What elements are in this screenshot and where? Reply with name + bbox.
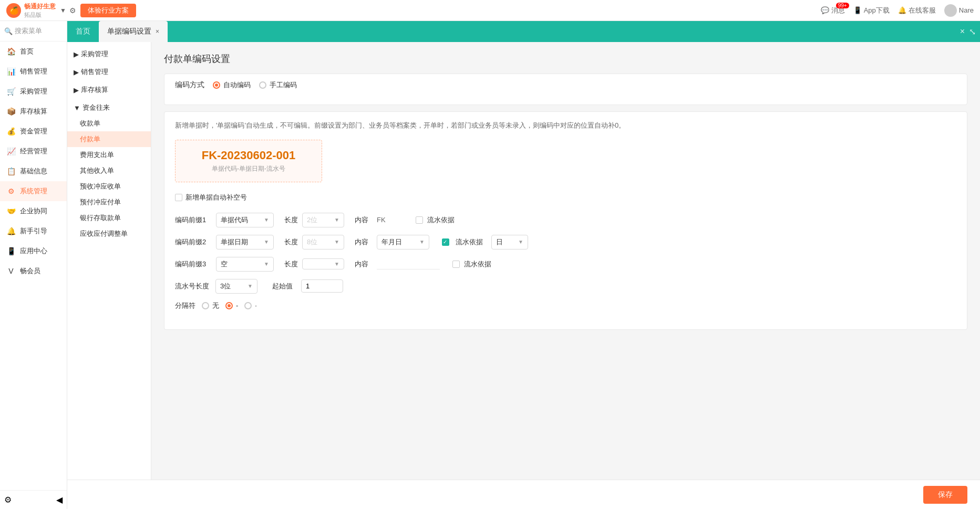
save-button[interactable]: 保存 [923, 486, 967, 504]
group-funds: ▼ 资金往来 收款单 付款单 费用支出单 其他收入单 预收冲应收单 预付冲应付单… [67, 100, 151, 242]
separator-row: 分隔符 无 - · [175, 301, 956, 310]
prefix1-length-arrow: ▼ [334, 217, 339, 223]
group-funds-title[interactable]: ▼ 资金往来 [67, 100, 151, 116]
sidebar-settings-icon[interactable]: ⚙ [4, 495, 12, 505]
basic-icon: 📋 [6, 167, 16, 176]
member-icon: V [6, 266, 16, 276]
prefix2-length-select[interactable]: 8位 ▼ [302, 235, 344, 250]
sidebar-item-basic[interactable]: 📋 基础信息 [0, 161, 67, 181]
home-icon: 🏠 [6, 47, 16, 56]
leaf-yushou[interactable]: 预收冲应收单 [67, 179, 151, 194]
main-content: 付款单编码设置 编码方式 自动编码 手工编码 [151, 42, 980, 480]
sidebar-item-member[interactable]: V 畅会员 [0, 261, 67, 281]
manual-encode-radio[interactable]: 手工编码 [259, 80, 297, 90]
group-purchase-arrow: ▶ [74, 50, 79, 58]
prefix3-select[interactable]: 空 ▼ [216, 257, 274, 272]
prefix3-content-input[interactable] [377, 259, 440, 269]
apps-icon: 📱 [6, 246, 16, 256]
prefix2-content-arrow: ▼ [419, 239, 425, 245]
topbar-left: 🍊 畅通好生意 拓品版 ▼ ⚙ 体验行业方案 [6, 2, 136, 19]
sidebar-item-cooperation[interactable]: 🤝 企业协同 [0, 201, 67, 221]
sales-icon: 📊 [6, 67, 16, 76]
sep-none-radio[interactable]: 无 [202, 301, 219, 310]
online-service-button[interactable]: 🔔 在线客服 [898, 6, 936, 15]
search-icon: 🔍 [4, 27, 13, 35]
sep-dot-radio[interactable]: · [244, 302, 257, 309]
prefix2-serial-checkbox[interactable] [442, 238, 449, 246]
prefix2-select-arrow: ▼ [264, 239, 269, 245]
tab-bar: 首页 单据编码设置 × × ⤡ [67, 21, 980, 42]
prefix2-select[interactable]: 单据日期 ▼ [216, 235, 274, 250]
serial-row: 流水号长度 3位 ▼ 起始值 [175, 279, 956, 294]
sidebar-item-finance[interactable]: 💰 资金管理 [0, 121, 67, 141]
search-menu[interactable]: 🔍 搜索菜单 [0, 21, 67, 41]
prefix1-serial-checkbox[interactable] [416, 216, 423, 224]
message-icon: 💬 [821, 6, 829, 14]
prefix3-serial-checkbox[interactable] [452, 261, 460, 268]
message-button[interactable]: 💬 消息 99+ [821, 6, 845, 15]
sidebar-collapse-icon[interactable]: ◀ [56, 495, 63, 505]
serial-length-select[interactable]: 3位 ▼ [215, 279, 257, 294]
prefix3-length-select[interactable]: ▼ [302, 258, 344, 269]
leaf-qitashouru[interactable]: 其他收入单 [67, 163, 151, 179]
prefix3-length-arrow: ▼ [334, 261, 339, 267]
leaf-shoukuandan[interactable]: 收款单 [67, 116, 151, 131]
example-desc: 单据代码-单据日期-流水号 [186, 164, 311, 173]
tab-expand-icon[interactable]: × [960, 27, 965, 36]
leaf-fukuandan[interactable]: 付款单 [67, 131, 151, 147]
sidebar-item-system[interactable]: ⚙ 系统管理 [0, 181, 67, 201]
manual-encode-dot [259, 81, 266, 89]
trial-button[interactable]: 体验行业方案 [80, 4, 136, 17]
tab-home[interactable]: 首页 [67, 21, 99, 42]
leaf-yingshou[interactable]: 应收应付调整单 [67, 226, 151, 242]
sidebar-item-operations[interactable]: 📈 经营管理 [0, 141, 67, 161]
dropdown-icon[interactable]: ▼ [60, 7, 66, 14]
app-logo: 🍊 畅通好生意 拓品版 [6, 2, 56, 19]
group-sales-title[interactable]: ▶ 销售管理 [67, 64, 151, 80]
content-area: ▶ 采购管理 ▶ 销售管理 ▶ 库存核算 [67, 42, 980, 480]
prefix1-length-label: 长度 [284, 215, 298, 225]
group-inventory-title[interactable]: ▶ 库存核算 [67, 82, 151, 98]
sep-dash-dot [225, 302, 233, 309]
leaf-yinhang[interactable]: 银行存取款单 [67, 210, 151, 226]
group-purchase-title[interactable]: ▶ 采购管理 [67, 46, 151, 62]
autofill-checkbox[interactable] [175, 194, 182, 201]
leaf-feiyong[interactable]: 费用支出单 [67, 147, 151, 163]
prefix1-select-arrow: ▼ [264, 217, 269, 223]
auto-encode-radio[interactable]: 自动编码 [213, 80, 251, 90]
purchase-icon: 🛒 [6, 87, 16, 96]
prefix1-select[interactable]: 单据代码 ▼ [216, 213, 274, 227]
sidebar-nav: 🏠 首页 📊 销售管理 🛒 采购管理 📦 库存核算 💰 资金管理 📈 经 [0, 41, 67, 490]
tab-fullscreen-icon[interactable]: ⤡ [969, 27, 976, 37]
prefix2-length-label: 长度 [284, 237, 298, 247]
autofill-row: 新增单据自动补空号 [175, 193, 956, 202]
prefix1-length-select[interactable]: 2位 ▼ [302, 213, 344, 227]
prefix2-row: 编码前缀2 单据日期 ▼ 长度 8位 ▼ 内容 年月日 [175, 235, 956, 250]
prefix3-content-label: 内容 [355, 259, 368, 269]
prefix2-content-select[interactable]: 年月日 ▼ [377, 235, 429, 250]
sep-none-dot [202, 302, 209, 309]
sidebar-item-home[interactable]: 🏠 首页 [0, 41, 67, 61]
user-menu[interactable]: Nare [944, 4, 974, 17]
settings-icon[interactable]: ⚙ [69, 6, 76, 15]
sidebar-item-inventory[interactable]: 📦 库存核算 [0, 101, 67, 121]
serial-start-input[interactable] [301, 279, 343, 293]
sidebar-item-newguide[interactable]: 🔔 新手引导 [0, 221, 67, 241]
tab-close-icon[interactable]: × [156, 28, 159, 35]
sidebar-item-apps[interactable]: 📱 应用中心 [0, 241, 67, 261]
group-sales-arrow: ▶ [74, 68, 79, 76]
tab-settings[interactable]: 单据编码设置 × [99, 21, 168, 42]
newguide-icon: 🔔 [6, 226, 16, 236]
group-inventory: ▶ 库存核算 [67, 82, 151, 98]
app-download-button[interactable]: 📱 App下载 [853, 6, 890, 15]
prefix2-serial-unit-select[interactable]: 日 ▼ [491, 235, 528, 250]
group-inventory-arrow: ▶ [74, 86, 79, 94]
sidebar-item-sales[interactable]: 📊 销售管理 [0, 61, 67, 81]
leaf-yufu[interactable]: 预付冲应付单 [67, 194, 151, 210]
notice-text: 新增单据时，'单据编码'自动生成，不可编辑。前缀设置为部门、业务员等档案类，开单… [175, 120, 956, 131]
settings-section: 新增单据时，'单据编码'自动生成，不可编辑。前缀设置为部门、业务员等档案类，开单… [164, 111, 967, 330]
sidebar-item-purchase[interactable]: 🛒 采购管理 [0, 81, 67, 101]
footer-bar: 保存 [67, 480, 980, 509]
encode-method-row: 编码方式 自动编码 手工编码 [175, 80, 956, 90]
sep-dash-radio[interactable]: - [225, 302, 238, 309]
